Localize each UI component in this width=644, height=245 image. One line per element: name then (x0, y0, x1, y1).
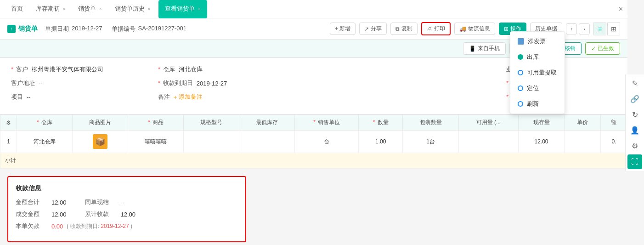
tick-icon: ✓ (591, 46, 596, 52)
plus-icon: + (174, 94, 177, 101)
truck-icon: 🚚 (459, 26, 466, 32)
next-arrow[interactable]: › (579, 23, 590, 34)
table-row: 1 河北仓库 📦 嘻嘻嘻嘻 台 1.00 1台 12.00 0. (0, 131, 627, 153)
available-qty-icon (518, 70, 523, 75)
subtotal-row: 小计 (0, 153, 627, 169)
tab-sales-order-close[interactable]: × (99, 6, 102, 11)
tab-sales-history-label: 销货单历史 (115, 5, 145, 13)
share-label: 分享 (371, 25, 382, 33)
doc-date-label: 单据日期 (45, 25, 69, 33)
total-amount-label: 金额合计 (16, 198, 48, 206)
new-button[interactable]: + 新增 (330, 23, 356, 35)
window-close-button[interactable]: × (619, 5, 623, 13)
logistics-button[interactable]: 🚚 物流信息 (454, 23, 495, 35)
project-field: 项目 -- (11, 93, 140, 101)
grid-view-btn[interactable]: ⊞ (607, 23, 620, 35)
warehouse-label: * 仓库 (158, 65, 175, 74)
row-available (458, 131, 518, 153)
current-due-value: 0.00 (51, 223, 63, 230)
accumulated-value: 12.00 (121, 211, 136, 218)
prev-arrow[interactable]: ‹ (566, 23, 577, 34)
data-table: ⚙ * 仓库 商品图片 * 商品 规格型号 最低库存 * 销售单位 * 数量 包… (0, 114, 627, 169)
doc-no-field: 单据编号 SA-20191227-001 (112, 25, 187, 33)
doc-title-icon: ↑ (7, 25, 16, 33)
doc-date-field: 单据日期 2019-12-27 (45, 25, 102, 33)
summary-row-3: 本单欠款 0.00 ( 收款到期日: 2019-12-27 ) (16, 222, 238, 230)
copy-button[interactable]: ⧉ 复制 (390, 23, 418, 35)
doc-title-text: 销货单 (18, 25, 38, 33)
dropdown-available-qty[interactable]: 可用量提取 (510, 65, 565, 80)
copy-icon: ⧉ (395, 26, 400, 32)
dropdown-menu: 添发票 出库 可用量提取 定位 刷新 (510, 31, 565, 114)
row-seq: 1 (0, 131, 17, 153)
row-sales-unit: 台 (295, 131, 359, 153)
transaction-amount-value: 12.00 (51, 211, 67, 218)
add-note-text: 添加备注 (179, 93, 203, 101)
effective-label: 已生效 (598, 45, 614, 52)
sidebar-link-icon[interactable]: 🔗 (627, 92, 642, 107)
data-table-wrapper: ⚙ * 仓库 商品图片 * 商品 规格型号 最低库存 * 销售单位 * 数量 包… (0, 114, 627, 169)
print-button[interactable]: 🖨 打印 (421, 22, 451, 35)
row-product-img: 📦 (73, 131, 128, 153)
nav-arrows: ‹ › (566, 23, 590, 34)
address-value: -- (39, 80, 43, 87)
dropdown-locate[interactable]: 定位 (510, 80, 565, 96)
phone-icon: 📱 (469, 46, 476, 52)
doc-date-value: 2019-12-27 (72, 25, 102, 33)
row-amount: 0. (600, 131, 627, 153)
locate-label: 定位 (527, 84, 539, 92)
tab-sales-history[interactable]: 销货单历史 × (108, 0, 157, 18)
list-view-btn[interactable]: ≡ (593, 23, 606, 35)
warehouse-field: * 仓库 河北仓库 (158, 65, 287, 74)
address-label: 客户地址 (11, 79, 35, 87)
accumulated-label: 累计收款 (85, 210, 117, 218)
dropdown-refresh[interactable]: 刷新 (510, 96, 565, 112)
sidebar-refresh-icon[interactable]: ↻ (627, 108, 642, 122)
col-product: * 商品 (128, 115, 184, 131)
logistics-label: 物流信息 (468, 25, 490, 33)
out-warehouse-label: 出库 (527, 53, 539, 61)
add-invoice-icon (518, 38, 524, 45)
doc-no-label: 单据编号 (112, 25, 136, 33)
sidebar-expand-icon[interactable]: ⛶ (627, 154, 642, 169)
row-spec (184, 131, 239, 153)
warehouse-value: 河北仓库 (179, 65, 203, 74)
same-order-value: -- (121, 199, 125, 206)
tab-sales-order[interactable]: 销货单 × (72, 0, 108, 18)
sidebar-edit-icon[interactable]: ✎ (627, 76, 642, 91)
tab-view-sales[interactable]: 查看销货单 × (158, 0, 207, 18)
add-note-button[interactable]: + 添加备注 (174, 93, 203, 101)
effective-button[interactable]: ✓ 已生效 (585, 42, 620, 55)
total-amount-item: 金额合计 12.00 (16, 198, 67, 206)
refresh-label: 刷新 (527, 100, 539, 108)
tab-home[interactable]: 首页 (5, 0, 29, 18)
tab-sales-history-close[interactable]: × (147, 6, 150, 11)
col-settings[interactable]: ⚙ (0, 115, 17, 131)
col-pack-qty: 包装数量 (403, 115, 458, 131)
from-phone-button[interactable]: 📱 来自手机 (463, 42, 506, 55)
share-button[interactable]: ↗ 分享 (359, 23, 387, 35)
dropdown-out-warehouse[interactable]: 出库 (510, 49, 565, 65)
view-toggle: ≡ ⊞ (593, 23, 620, 35)
tab-home-label: 首页 (11, 5, 23, 13)
tab-inventory-init[interactable]: 库存期初 × (29, 0, 72, 18)
row-warehouse: 河北仓库 (17, 131, 73, 153)
customer-label: * 客户 (11, 65, 28, 74)
total-amount-value: 12.00 (51, 199, 67, 206)
right-sidebar: ✎ 🔗 ↻ 👤 ⚙ ⛶ (625, 74, 644, 171)
doc-actions: + 新增 ↗ 分享 ⧉ 复制 🖨 打印 🚚 物流信息 ⊞ 操作 历 (330, 22, 620, 35)
sidebar-user2-icon[interactable]: ⚙ (627, 139, 642, 154)
summary-box: 收款信息 金额合计 12.00 同单现结 -- 成交金额 12.00 累计收款 … (7, 176, 246, 242)
tab-inventory-init-close[interactable]: × (62, 6, 65, 11)
sidebar-user-icon[interactable]: 👤 (627, 123, 642, 138)
doc-meta: 单据日期 2019-12-27 单据编号 SA-20191227-001 (45, 25, 186, 33)
payment-date-value: 2019-12-27 (197, 80, 227, 87)
tab-sales-order-label: 销货单 (78, 5, 96, 13)
note-field: 备注 + 添加备注 (158, 93, 287, 101)
tab-view-sales-close[interactable]: × (198, 6, 200, 11)
project-label: 项目 (11, 93, 23, 101)
transaction-amount-label: 成交金额 (16, 210, 48, 218)
dropdown-add-invoice[interactable]: 添发票 (510, 34, 565, 49)
tab-view-sales-label: 查看销货单 (165, 5, 195, 13)
refresh-icon (518, 101, 523, 107)
